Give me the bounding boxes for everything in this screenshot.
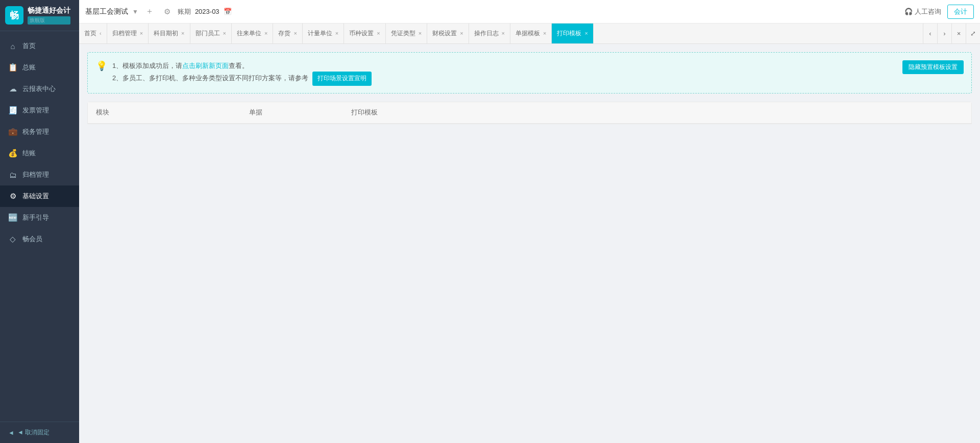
tab-archive-mgmt-label: 归档管理 [112,29,137,38]
tax-icon: 💼 [8,127,17,136]
support-button[interactable]: 🎧 人工咨询 [904,7,941,16]
col-print-header: 打印模板 [343,108,971,117]
reports-icon: ☁ [8,84,17,94]
refresh-link[interactable]: 点击刷新新页面 [182,62,229,69]
main-area: 基层工会测试 ▼ ＋ ⚙ 账期 2023-03 📅 🎧 人工咨询 会计 首页 ‹… [79,0,980,443]
col-module-header: 模块 [88,108,241,117]
tab-home-label: 首页 [84,29,96,38]
tab-voucher-type-label: 凭证类型 [391,29,415,38]
tab-oplog-label: 操作日志 [474,29,499,38]
sidebar-label-member: 畅会员 [22,235,42,244]
calendar-icon[interactable]: 📅 [224,8,232,15]
sidebar-item-member[interactable]: ◇ 畅会员 [0,228,79,250]
tab-dept-label: 部门员工 [195,29,220,38]
tab-vendor-label: 往来单位 [237,29,261,38]
sidebar-item-tax[interactable]: 💼 税务管理 [0,121,79,143]
info-line1-prefix: 1、模板添加成功后，请 [112,62,182,69]
hide-preview-button[interactable]: 隐藏预置模板设置 [902,60,964,74]
content-wrapper: 隐藏预置模板设置 💡 1、模板添加成功后，请点击刷新新页面查看。 2、多员工、多… [87,52,972,124]
sidebar-item-settings[interactable]: ⚙ 基础设置 [0,185,79,207]
tab-archive-mgmt-close[interactable]: × [140,31,143,36]
tab-subject-close[interactable]: × [181,31,184,36]
tab-oplog[interactable]: 操作日志 × [469,24,510,44]
tabbar: 首页 ‹ 归档管理 × 科目期初 × 部门员工 × 往来单位 × 存货 × 计量… [79,24,980,44]
topbar-left: 基层工会测试 ▼ ＋ ⚙ 账期 2023-03 📅 [85,5,232,18]
explain-button[interactable]: 打印场景设置宣明 [312,72,372,86]
tab-voucher-type-close[interactable]: × [419,31,422,36]
tab-receipt-tpl-close[interactable]: × [543,31,546,36]
sidebar-item-settle[interactable]: 💰 结账 [0,143,79,164]
sidebar-item-home[interactable]: ⌂ 首页 [0,35,79,57]
invoice-icon: 🧾 [8,106,17,115]
sidebar-label-guide: 新手引导 [22,213,49,222]
tab-print-tpl[interactable]: 打印模板 × [552,24,593,44]
tab-home[interactable]: 首页 ‹ [79,24,107,44]
unpin-icon: ◄ [8,429,14,436]
tab-currency[interactable]: 币种设置 × [344,24,385,44]
tab-print-tpl-label: 打印模板 [557,29,581,38]
tab-tax-settings-close[interactable]: × [460,31,463,36]
tab-voucher-type[interactable]: 凭证类型 × [386,24,427,44]
info-line1: 1、模板添加成功后，请点击刷新新页面查看。 [112,60,372,72]
info-line2: 2、多员工、多打印机、多种业务类型设置不同打印方案等，请参考 打印场景设置宣明 [112,72,372,86]
tab-unit[interactable]: 计量单位 × [303,24,344,44]
sidebar-item-archive[interactable]: 🗂 归档管理 [0,164,79,185]
sidebar-label-ledger: 总账 [22,63,36,72]
tab-actions: ‹ › × ⤢ [923,24,980,44]
logo-icon: 畅 [5,6,23,25]
tab-receipt-tpl-label: 单据模板 [516,29,540,38]
tab-print-tpl-close[interactable]: × [584,31,587,36]
settings-gear-icon[interactable]: ⚙ [161,6,174,17]
guide-icon: 🆕 [8,213,17,222]
company-dropdown-icon[interactable]: ▼ [132,8,138,15]
support-label: 人工咨询 [915,7,941,16]
logo: 畅 畅捷通好会计 旗舰版 [0,0,79,31]
logo-title: 畅捷通好会计 [28,6,70,15]
tab-subject[interactable]: 科目期初 × [149,24,190,44]
tab-stock[interactable]: 存货 × [273,24,302,44]
sidebar-label-invoice: 发票管理 [22,106,49,115]
tab-oplog-close[interactable]: × [502,31,505,36]
sidebar-item-invoice[interactable]: 🧾 发票管理 [0,100,79,121]
lightbulb-icon: 💡 [96,60,107,72]
tab-nav-arrow[interactable]: ‹ [100,31,102,36]
topbar-right: 🎧 人工咨询 会计 [904,5,974,19]
tab-unit-label: 计量单位 [308,29,332,38]
tab-tax-settings-label: 财税设置 [432,29,457,38]
info-line1-suffix: 查看。 [229,62,249,69]
tab-stock-label: 存货 [278,29,290,38]
sidebar-item-guide[interactable]: 🆕 新手引导 [0,207,79,228]
sidebar-item-ledger[interactable]: 📋 总账 [0,57,79,78]
unpin-sidebar-button[interactable]: ◄ ◄ 取消固定 [0,422,79,443]
settle-icon: 💰 [8,149,17,158]
tab-currency-label: 币种设置 [349,29,374,38]
sidebar-label-settle: 结账 [22,149,36,158]
sidebar-label-settings: 基础设置 [22,192,49,201]
tab-currency-close[interactable]: × [377,31,380,36]
tab-unit-close[interactable]: × [335,31,338,36]
table-head-row: 模块 单据 打印模板 [88,102,971,124]
tab-vendor-close[interactable]: × [264,31,267,36]
info-line2-text: 2、多员工、多打印机、多种业务类型设置不同打印方案等，请参考 [112,74,308,82]
tab-archive-mgmt[interactable]: 归档管理 × [107,24,149,44]
tab-receipt-tpl[interactable]: 单据模板 × [510,24,552,44]
tab-prev-button[interactable]: ‹ [923,24,937,44]
tab-stock-close[interactable]: × [293,31,297,36]
add-tab-button[interactable]: ＋ [142,5,157,18]
col-doc-header: 单据 [241,108,343,117]
account-button[interactable]: 会计 [947,5,974,19]
tab-dept[interactable]: 部门员工 × [190,24,232,44]
tab-expand-button[interactable]: ⤢ [966,24,980,44]
tab-vendor[interactable]: 往来单位 × [232,24,273,44]
sidebar-label-tax: 税务管理 [22,127,49,136]
unpin-label: ◄ 取消固定 [17,428,50,437]
sidebar-item-reports[interactable]: ☁ 云报表中心 [0,78,79,100]
tab-next-button[interactable]: › [937,24,951,44]
content-area: 隐藏预置模板设置 💡 1、模板添加成功后，请点击刷新新页面查看。 2、多员工、多… [79,44,980,443]
tab-close-all-button[interactable]: × [951,24,966,44]
info-text: 1、模板添加成功后，请点击刷新新页面查看。 2、多员工、多打印机、多种业务类型设… [112,60,372,86]
tab-tax-settings[interactable]: 财税设置 × [427,24,469,44]
topbar: 基层工会测试 ▼ ＋ ⚙ 账期 2023-03 📅 🎧 人工咨询 会计 [79,0,980,24]
sidebar-label-reports: 云报表中心 [22,84,56,94]
tab-dept-close[interactable]: × [223,31,226,36]
